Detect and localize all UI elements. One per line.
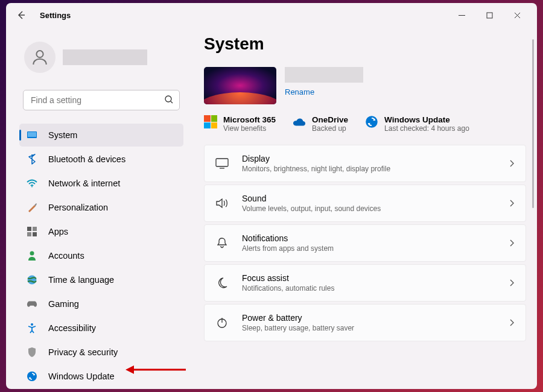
sound-icon (215, 197, 229, 210)
card-sub: Last checked: 4 hours ago (384, 124, 469, 133)
sidebar-item-label: Time & language (48, 275, 114, 285)
power-icon (215, 316, 229, 329)
avatar (24, 42, 56, 73)
sidebar-item-label: Windows Update (48, 371, 115, 381)
update-card[interactable]: Windows Update Last checked: 4 hours ago (365, 115, 469, 133)
nav-list: System Bluetooth & devices Network & int… (19, 124, 183, 388)
sidebar-item-apps[interactable]: Apps (19, 220, 183, 243)
sidebar-item-gaming[interactable]: Gaming (19, 292, 183, 315)
person-icon (27, 250, 37, 261)
profile-section[interactable] (19, 27, 183, 81)
sidebar-item-label: Bluetooth & devices (48, 154, 125, 164)
pc-name-redacted (285, 67, 363, 83)
window-title: Settings (40, 11, 71, 20)
globe-icon (27, 274, 37, 285)
card-title: Windows Update (384, 115, 469, 124)
gamepad-icon (27, 299, 37, 309)
sidebar-item-label: Accessibility (48, 323, 96, 333)
minimize-icon (459, 12, 465, 19)
setting-title: Power & battery (242, 313, 354, 323)
setting-title: Notifications (242, 233, 334, 243)
bluetooth-icon (27, 154, 37, 165)
setting-sub: Sleep, battery usage, battery saver (242, 324, 354, 332)
update-icon (365, 115, 378, 128)
system-icon (27, 130, 37, 141)
svg-point-3 (165, 96, 171, 102)
svg-point-16 (366, 116, 378, 128)
svg-rect-1 (487, 13, 492, 18)
ms365-card[interactable]: Microsoft 365 View benefits (204, 115, 276, 133)
maximize-button[interactable] (475, 5, 503, 25)
maximize-icon (486, 12, 493, 19)
svg-point-14 (31, 323, 33, 326)
setting-power[interactable]: Power & battery Sleep, battery usage, ba… (204, 304, 526, 341)
minimize-button[interactable] (448, 5, 475, 25)
setting-focus[interactable]: Focus assist Notifications, automatic ru… (204, 264, 526, 302)
svg-rect-8 (27, 227, 31, 231)
sidebar-item-bluetooth[interactable]: Bluetooth & devices (19, 148, 183, 171)
sidebar-item-network[interactable]: Network & internet (19, 172, 183, 195)
username-redacted (63, 49, 147, 65)
svg-rect-17 (216, 159, 228, 166)
sidebar-item-label: Apps (48, 227, 68, 236)
setting-title: Focus assist (242, 273, 334, 283)
brush-icon (27, 202, 37, 213)
svg-rect-10 (27, 232, 31, 236)
sidebar-item-label: Gaming (48, 299, 79, 309)
titlebar: Settings (6, 3, 537, 27)
annotation-arrow (125, 364, 186, 376)
svg-rect-11 (33, 232, 37, 236)
sidebar-item-label: Accounts (48, 251, 84, 261)
sidebar-item-label: System (48, 130, 77, 140)
chevron-right-icon (509, 279, 515, 287)
sidebar: System Bluetooth & devices Network & int… (6, 27, 193, 389)
close-button[interactable] (503, 5, 531, 25)
main-panel: System Rename Microsoft 365 View benefit… (193, 27, 537, 389)
setting-sound[interactable]: Sound Volume levels, output, input, soun… (204, 185, 526, 222)
chevron-right-icon (509, 239, 515, 247)
sidebar-item-accessibility[interactable]: Accessibility (19, 317, 183, 340)
onedrive-card[interactable]: OneDrive Backed up (293, 115, 348, 133)
svg-point-13 (28, 276, 37, 285)
display-icon (215, 157, 229, 170)
shield-icon (27, 347, 37, 358)
card-sub: View benefits (223, 124, 276, 133)
sidebar-item-accounts[interactable]: Accounts (19, 244, 183, 267)
arrow-left-icon (16, 10, 26, 20)
chevron-right-icon (509, 159, 515, 168)
bell-icon (215, 236, 229, 250)
sidebar-item-personalization[interactable]: Personalization (19, 196, 183, 219)
scrollbar[interactable] (532, 39, 534, 208)
sidebar-item-label: Network & internet (48, 179, 120, 188)
setting-display[interactable]: Display Monitors, brightness, night ligh… (204, 145, 526, 182)
page-title: System (204, 34, 526, 54)
card-sub: Backed up (312, 124, 348, 133)
chevron-right-icon (509, 199, 515, 207)
search-input[interactable] (23, 90, 180, 110)
sidebar-item-time[interactable]: Time & language (19, 268, 183, 291)
sidebar-item-privacy[interactable]: Privacy & security (19, 341, 183, 364)
card-title: Microsoft 365 (223, 115, 276, 124)
svg-point-7 (31, 186, 33, 188)
rename-link[interactable]: Rename (285, 87, 363, 96)
setting-sub: Volume levels, output, input, sound devi… (242, 204, 381, 213)
setting-sub: Notifications, automatic rules (242, 284, 334, 292)
svg-line-4 (171, 101, 173, 103)
setting-sub: Monitors, brightness, night light, displ… (242, 165, 390, 173)
back-button[interactable] (12, 6, 30, 24)
svg-rect-9 (33, 227, 37, 231)
sidebar-item-label: Personalization (48, 203, 108, 212)
desktop-preview[interactable] (204, 67, 276, 104)
sidebar-item-system[interactable]: System (19, 124, 183, 147)
onedrive-icon (293, 115, 306, 128)
setting-title: Display (242, 154, 390, 163)
apps-icon (27, 226, 37, 237)
card-title: OneDrive (312, 115, 348, 124)
settings-list: Display Monitors, brightness, night ligh… (204, 145, 526, 341)
close-icon (514, 12, 521, 19)
moon-icon (215, 276, 229, 289)
svg-point-2 (36, 51, 43, 57)
setting-notifications[interactable]: Notifications Alerts from apps and syste… (204, 224, 526, 262)
chevron-right-icon (509, 318, 515, 327)
accessibility-icon (27, 323, 37, 334)
